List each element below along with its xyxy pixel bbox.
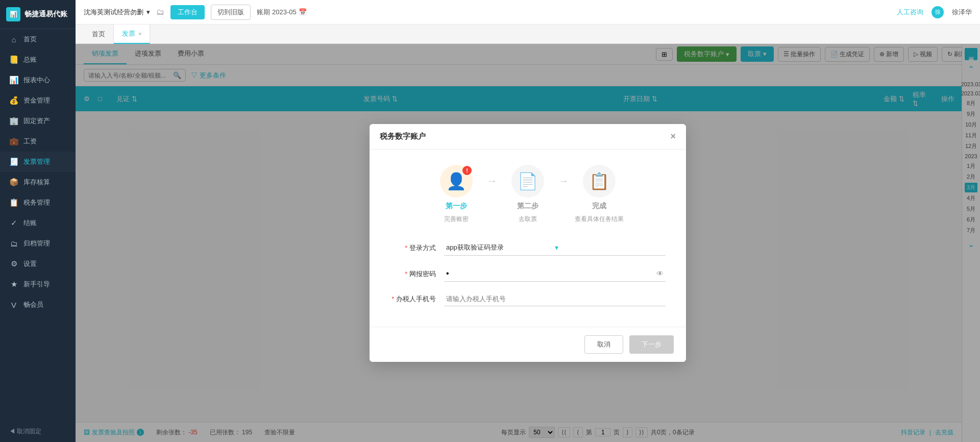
period-value: 2023-05 (272, 8, 297, 16)
next-button[interactable]: 下一步 (629, 335, 674, 354)
required-mark-3: * (391, 295, 394, 303)
step-1-symbol: 👤 (446, 171, 467, 191)
sidebar-item-reports[interactable]: 📊报表中心 (0, 70, 76, 90)
sidebar-item-ledger[interactable]: 📒总账 (0, 50, 76, 70)
form-row-phone: * 办税人手机号 (390, 292, 666, 306)
steps-container: 👤 ! 第一步 完善账密 → 📄 (390, 165, 666, 224)
tab-invoice[interactable]: 发票 × (114, 24, 150, 44)
password-label: * 网报密码 (390, 269, 436, 279)
tab-home[interactable]: 首页 (84, 24, 114, 44)
eye-icon[interactable]: 👁 (656, 269, 664, 278)
tax-icon: 📋 (9, 198, 18, 207)
topbar: 沈海英测试经营勿删 ▾ 🗂 工作台 切到旧版 账期 2023-05 📅 人工咨询… (76, 0, 980, 24)
sidebar-item-settings[interactable]: ⚙设置 (0, 254, 76, 274)
inventory-icon: 📦 (9, 178, 18, 187)
topbar-archive-icon[interactable]: 🗂 (156, 8, 164, 17)
login-method-value: app获取验证码登录 (446, 243, 555, 252)
sidebar-item-home[interactable]: ⌂首页 (0, 29, 76, 50)
form-row-login-method: * 登录方式 app获取验证码登录 ▾ (390, 240, 666, 256)
main-area: 沈海英测试经营勿删 ▾ 🗂 工作台 切到旧版 账期 2023-05 📅 人工咨询… (76, 0, 980, 442)
user-name[interactable]: 徐泽华 (952, 8, 972, 17)
app-title: 畅捷通易代账 (24, 10, 67, 19)
support-link[interactable]: 人工咨询 (897, 8, 923, 17)
tax-digital-modal: 税务数字账户 × 👤 ! 第一步 完善账密 (370, 124, 686, 362)
cancel-button[interactable]: 取消 (584, 335, 623, 354)
company-name: 沈海英测试经营勿删 (84, 8, 143, 17)
period-display: 账期 2023-05 📅 (257, 8, 307, 17)
sidebar-item-assets[interactable]: 🏢固定资产 (0, 111, 76, 131)
sidebar-label-home: 首页 (23, 35, 37, 44)
home-icon: ⌂ (9, 35, 18, 44)
form-row-password: * 网报密码 👁 (390, 266, 666, 282)
phone-label: * 办税人手机号 (390, 294, 436, 304)
required-mark-2: * (405, 270, 407, 278)
topbar-right: 人工咨询 徐 徐泽华 (897, 6, 972, 18)
user-avatar: 徐 (932, 6, 944, 18)
password-input[interactable] (446, 269, 656, 278)
company-selector[interactable]: 沈海英测试经营勿删 ▾ (84, 8, 150, 17)
step-3: 📋 完成 查看具体任务结果 (569, 165, 630, 224)
step-3-icon: 📋 (583, 165, 616, 198)
sidebar-label-reports: 报表中心 (23, 76, 50, 85)
sidebar-label-member: 畅会员 (23, 300, 43, 309)
sidebar-label-inventory: 库存核算 (23, 178, 50, 187)
archive-icon: 🗂 (9, 239, 18, 248)
period-label: 账期 (257, 8, 270, 17)
step-arrow-1: → (487, 175, 497, 187)
cancel-fixed-label: ◀ 取消固定 (9, 427, 41, 436)
tab-invoice-close[interactable]: × (138, 31, 141, 37)
phone-input[interactable] (444, 292, 666, 306)
sidebar-item-guide[interactable]: ★新手引导 (0, 274, 76, 294)
tab-invoice-label: 发票 (122, 29, 135, 38)
required-mark-1: * (405, 244, 407, 252)
sidebar-item-invoice[interactable]: 🧾发票管理 (0, 152, 76, 172)
assets-icon: 🏢 (9, 116, 18, 126)
step-2-title: 第二步 (517, 202, 538, 211)
switch-version-button[interactable]: 切到旧版 (211, 5, 251, 20)
step-3-title: 完成 (592, 202, 606, 211)
sidebar-label-tax: 税务管理 (23, 198, 50, 207)
sidebar-label-settle: 结账 (23, 218, 37, 228)
finance-icon: 💰 (9, 96, 18, 105)
sidebar-label-assets: 固定资产 (23, 116, 50, 126)
reports-icon: 📊 (9, 76, 18, 85)
modal-header: 税务数字账户 × (370, 124, 686, 150)
sidebar-label-guide: 新手引导 (23, 280, 50, 289)
calendar-icon[interactable]: 📅 (299, 8, 307, 16)
sidebar-item-tax[interactable]: 📋税务管理 (0, 192, 76, 213)
sidebar-label-archive: 归档管理 (23, 239, 50, 248)
company-dropdown-icon: ▾ (146, 8, 150, 16)
password-wrapper: 👁 (444, 266, 666, 282)
sidebar-item-member[interactable]: V畅会员 (0, 294, 76, 315)
sidebar-logo: 📊 畅捷通易代账 (0, 0, 76, 29)
workspace-button[interactable]: 工作台 (170, 5, 205, 19)
guide-icon: ★ (9, 280, 18, 289)
sidebar-item-payroll[interactable]: 💼工资 (0, 131, 76, 152)
modal-title: 税务数字账户 (380, 132, 426, 141)
modal-close-btn[interactable]: × (670, 131, 676, 142)
sidebar-item-finance[interactable]: 💰资金管理 (0, 90, 76, 111)
sidebar-label-finance: 资金管理 (23, 96, 50, 105)
sidebar-bottom-toggle[interactable]: ◀ 取消固定 (0, 421, 76, 442)
sidebar-item-settle[interactable]: ✓结账 (0, 213, 76, 233)
sidebar-item-inventory[interactable]: 📦库存核算 (0, 172, 76, 192)
login-method-label: * 登录方式 (390, 243, 436, 253)
step-2-symbol: 📄 (518, 171, 538, 191)
modal-overlay: 税务数字账户 × 👤 ! 第一步 完善账密 (76, 44, 980, 442)
sidebar: 📊 畅捷通易代账 ⌂首页📒总账📊报表中心💰资金管理🏢固定资产💼工资🧾发票管理📦库… (0, 0, 76, 442)
modal-footer: 取消 下一步 (370, 327, 686, 362)
tab-home-label: 首页 (92, 30, 105, 39)
sidebar-label-payroll: 工资 (23, 137, 37, 146)
settle-icon: ✓ (9, 218, 18, 228)
step-1-title: 第一步 (446, 202, 467, 211)
step-2-desc: 去取票 (519, 215, 537, 224)
step-1: 👤 ! 第一步 完善账密 (426, 165, 487, 224)
step-2-icon: 📄 (511, 165, 544, 198)
sidebar-item-archive[interactable]: 🗂归档管理 (0, 233, 76, 254)
modal-form: * 登录方式 app获取验证码登录 ▾ * (390, 240, 666, 306)
login-method-dropdown-icon: ▾ (555, 243, 664, 252)
sidebar-label-invoice: 发票管理 (23, 157, 50, 166)
tabbar: 首页 发票 × (76, 24, 980, 44)
step-1-icon: 👤 ! (440, 165, 473, 198)
login-method-select[interactable]: app获取验证码登录 ▾ (444, 240, 666, 256)
